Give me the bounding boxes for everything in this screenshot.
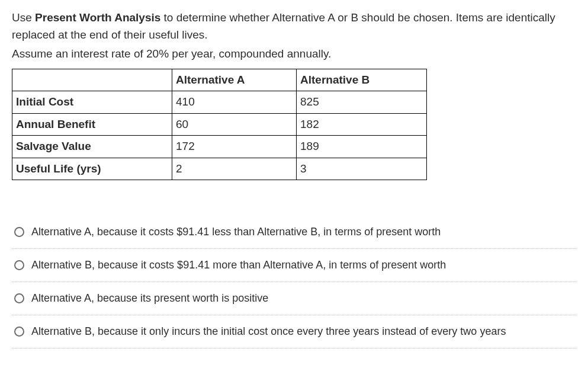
table-row: Initial Cost 410 825	[12, 91, 427, 114]
radio-icon	[14, 293, 24, 303]
prompt-line-1: Use Present Worth Analysis to determine …	[12, 9, 576, 43]
option-label: Alternative A, because it costs $91.41 l…	[31, 224, 441, 240]
row-label: Salvage Value	[12, 136, 172, 158]
option-b[interactable]: Alternative B, because it costs $91.41 m…	[12, 249, 576, 282]
table-header-row: Alternative A Alternative B	[12, 69, 427, 91]
radio-icon	[14, 260, 24, 270]
prompt-bold: Present Worth Analysis	[35, 11, 160, 24]
table-row: Annual Benefit 60 182	[12, 113, 427, 136]
question-prompt: Use Present Worth Analysis to determine …	[12, 9, 576, 63]
header-alt-a: Alternative A	[172, 69, 297, 91]
table-row: Useful Life (yrs) 2 3	[12, 158, 427, 180]
prompt-pre: Use	[12, 11, 35, 24]
option-label: Alternative B, because it costs $91.41 m…	[31, 257, 446, 273]
cell-a: 2	[172, 158, 297, 180]
row-label: Useful Life (yrs)	[12, 158, 172, 180]
option-d[interactable]: Alternative B, because it only incurs th…	[12, 315, 576, 348]
option-a[interactable]: Alternative A, because it costs $91.41 l…	[12, 216, 576, 249]
cell-b: 3	[297, 158, 427, 180]
answer-options: Alternative A, because it costs $91.41 l…	[12, 216, 576, 348]
radio-icon	[14, 327, 24, 337]
cell-b: 182	[297, 113, 427, 136]
prompt-line-2: Assume an interest rate of 20% per year,…	[12, 46, 576, 63]
table-row: Salvage Value 172 189	[12, 136, 427, 158]
cell-b: 189	[297, 136, 427, 158]
row-label: Annual Benefit	[12, 113, 172, 136]
cell-a: 172	[172, 136, 297, 158]
cell-b: 825	[297, 91, 427, 114]
option-label: Alternative A, because its present worth…	[31, 290, 268, 306]
header-blank	[12, 69, 172, 91]
row-label: Initial Cost	[12, 91, 172, 114]
header-alt-b: Alternative B	[297, 69, 427, 91]
radio-icon	[14, 227, 24, 237]
option-label: Alternative B, because it only incurs th…	[31, 324, 506, 340]
cell-a: 60	[172, 113, 297, 136]
option-c[interactable]: Alternative A, because its present worth…	[12, 282, 576, 315]
alternatives-table: Alternative A Alternative B Initial Cost…	[12, 69, 427, 181]
cell-a: 410	[172, 91, 297, 114]
